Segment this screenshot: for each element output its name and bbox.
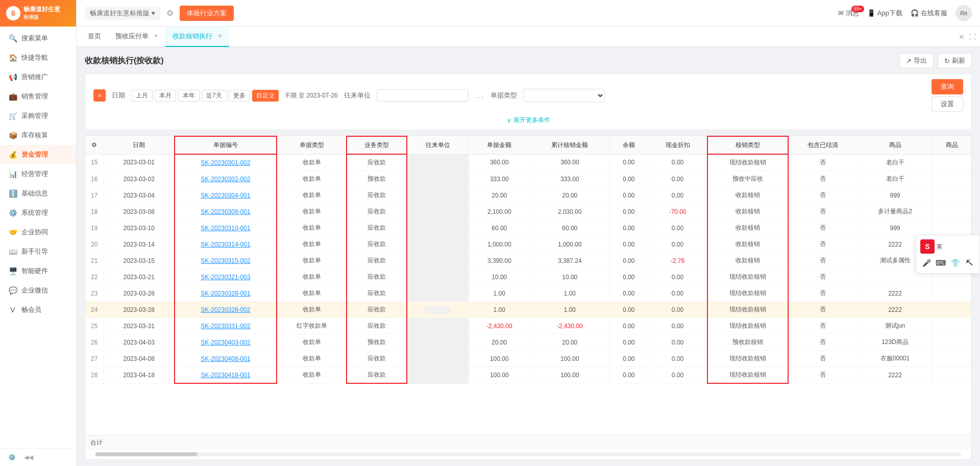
- date-last-month[interactable]: 上月: [131, 90, 153, 102]
- horizontal-scrollbar[interactable]: [95, 452, 961, 456]
- cell-balance: 0.00: [609, 285, 648, 302]
- grid-icon[interactable]: ⛏: [963, 257, 975, 269]
- filter-collapse-btn[interactable]: »: [93, 89, 106, 102]
- cell-partner: ██████: [407, 220, 469, 236]
- date-7days[interactable]: 近7天: [202, 90, 227, 102]
- tab-collection-close[interactable]: ✕: [217, 33, 222, 39]
- cell-biz-type: 应收款: [347, 187, 406, 204]
- cell-bill-no[interactable]: SK-20230321-003: [175, 269, 277, 285]
- sidebar-item-corp[interactable]: 🤝 企业协同: [0, 223, 76, 242]
- cell-bill-no[interactable]: SK-20230403-002: [175, 334, 277, 351]
- sidebar-item-basic[interactable]: ℹ️ 基础信息: [0, 184, 76, 203]
- cell-cumulative: 2,030.00: [530, 204, 609, 220]
- s-logo[interactable]: S: [920, 239, 935, 254]
- search-icon: 🔍: [8, 34, 17, 42]
- date-this-month[interactable]: 本月: [155, 90, 176, 102]
- sidebar-item-hardware[interactable]: 🖥️ 智能硬件: [0, 261, 76, 281]
- sidebar-item-member[interactable]: V 畅会员: [0, 300, 76, 320]
- sidebar-item-finance[interactable]: 💰 资金管理: [0, 145, 76, 164]
- sidebar-item-purchase[interactable]: 🛒 采购管理: [0, 106, 76, 126]
- table-row: 162023-03-02SK-20230302-002收款单预收款██████3…: [85, 171, 971, 187]
- keyboard-icon[interactable]: ⌨: [935, 257, 947, 269]
- query-btn[interactable]: 查询: [932, 79, 963, 94]
- cell-bill-no[interactable]: SK-20230302-002: [175, 171, 277, 187]
- cell-bill-no[interactable]: SK-20230328-002: [175, 302, 277, 318]
- main-content: 畅康道好生意标推版 ▾ ⚙ 体验行业方案 ✉ 消息 99+ 📱 App下载 🎧 …: [77, 0, 980, 466]
- th-amount[interactable]: 单据金额: [469, 136, 530, 154]
- filter-expand-btn[interactable]: ∨ 展开更多条件: [507, 116, 550, 125]
- date-custom[interactable]: 自定义: [252, 90, 279, 102]
- table-body: 152023-03-01SK-20230301-002收款单应收款██████3…: [85, 154, 971, 383]
- th-cash-discount[interactable]: 现金折扣: [648, 136, 707, 154]
- cell-cash-discount: 0.00: [648, 367, 707, 384]
- expand-icon[interactable]: ⛶: [969, 33, 976, 41]
- date-label: 日期: [112, 91, 125, 100]
- messages-btn[interactable]: ✉ 消息 99+: [838, 9, 859, 18]
- cell-balance: 0.00: [609, 269, 648, 285]
- user-avatar[interactable]: Rit: [955, 5, 972, 21]
- th-goods2[interactable]: 商品: [933, 136, 971, 154]
- th-bill-type[interactable]: 单据类型: [277, 136, 347, 154]
- th-biz-type[interactable]: 业务类型: [347, 136, 406, 154]
- cell-balance: 0.00: [609, 204, 648, 220]
- cell-bill-no[interactable]: SK-20230408-001: [175, 351, 277, 367]
- th-include-settled[interactable]: 包含已结清: [788, 136, 858, 154]
- cell-bill-no[interactable]: SK-20230314-001: [175, 236, 277, 253]
- date-more[interactable]: 更多: [229, 90, 250, 102]
- cell-bill-no[interactable]: SK-20230304-001: [175, 187, 277, 204]
- th-goods[interactable]: 商品: [857, 136, 933, 154]
- date-this-year[interactable]: 本年: [178, 90, 200, 102]
- sidebar-item-guide[interactable]: 📖 新手引导: [0, 242, 76, 261]
- sidebar-item-operations[interactable]: 📊 经营管理: [0, 164, 76, 184]
- settings-icon[interactable]: ⚙️: [8, 454, 16, 461]
- sidebar-item-quick-nav[interactable]: 🏠 快捷导航: [0, 48, 76, 67]
- company-selector[interactable]: 畅康道好生意标推版 ▾: [85, 7, 160, 20]
- cell-cumulative: 360.00: [530, 154, 609, 171]
- sidebar-item-inventory[interactable]: 📦 库存核算: [0, 126, 76, 145]
- table-row: 192023-03-10SK-20230310-001收款单应收款██████6…: [85, 220, 971, 236]
- scrollbar-thumb[interactable]: [95, 452, 198, 456]
- cell-bill-no[interactable]: SK-20230418-001: [175, 367, 277, 384]
- th-partner[interactable]: 往来单位: [407, 136, 469, 154]
- bill-type-select[interactable]: [523, 89, 605, 102]
- data-table: ⚙ 日期 单据编号 单据类型 业务类型 往来单位 单据金额 累计核销金额 余额 …: [85, 136, 971, 384]
- floating-widget: S 英 🎤 ⌨ 👕 ⛏: [916, 235, 980, 274]
- filter-settings-btn[interactable]: 设置: [932, 96, 963, 112]
- microphone-icon[interactable]: 🎤: [920, 257, 933, 269]
- table-row: 232023-03-28SK-20230328-001收款单应收款██████1…: [85, 285, 971, 302]
- sidebar-item-wechat[interactable]: 💬 企业微信: [0, 281, 76, 300]
- cell-bill-no[interactable]: SK-20230301-002: [175, 154, 277, 171]
- cell-bill-no[interactable]: SK-20230331-002: [175, 318, 277, 334]
- tab-pending[interactable]: 预收应付单 ✕: [108, 27, 165, 47]
- solution-btn[interactable]: 体验行业方案: [180, 6, 234, 21]
- sidebar-item-sales[interactable]: 💼 销售管理: [0, 87, 76, 106]
- fw-icons-row: 🎤 ⌨ 👕 ⛏: [920, 257, 975, 269]
- cell-num: 18: [85, 204, 104, 220]
- shirt-icon[interactable]: 👕: [949, 257, 961, 269]
- sidebar-item-system[interactable]: ⚙️ 系统管理: [0, 203, 76, 223]
- cell-bill-no[interactable]: SK-20230310-001: [175, 220, 277, 236]
- partner-input[interactable]: [377, 89, 469, 102]
- refresh-btn[interactable]: ↻ 刷新: [938, 53, 972, 68]
- gear-icon[interactable]: ⚙: [166, 8, 174, 18]
- tab-collection[interactable]: 收款核销执行 ✕: [165, 27, 229, 47]
- table-wrap[interactable]: ⚙ 日期 单据编号 单据类型 业务类型 往来单位 单据金额 累计核销金额 余额 …: [85, 136, 971, 435]
- sidebar-item-marketing[interactable]: 📢 营销推广: [0, 67, 76, 87]
- th-date[interactable]: 日期: [104, 136, 175, 154]
- th-balance[interactable]: 余额: [609, 136, 648, 154]
- th-cumulative[interactable]: 累计核销金额: [530, 136, 609, 154]
- app-download-btn[interactable]: 📱 App下载: [867, 9, 902, 18]
- th-bill-no[interactable]: 单据编号: [175, 136, 277, 154]
- export-btn[interactable]: ↗ 导出: [899, 53, 934, 68]
- cell-bill-no[interactable]: SK-20230328-001: [175, 285, 277, 302]
- cell-bill-no[interactable]: SK-20230308-001: [175, 204, 277, 220]
- collapse-icon[interactable]: ◀◀: [24, 454, 33, 461]
- tab-pending-close[interactable]: ✕: [154, 33, 158, 39]
- cell-bill-no[interactable]: SK-20230315-002: [175, 253, 277, 269]
- online-service-btn[interactable]: 🎧 在线客服: [911, 9, 947, 18]
- th-cancel-type[interactable]: 核销类型: [707, 136, 788, 154]
- sidebar-item-search[interactable]: 🔍 搜索菜单: [0, 29, 76, 48]
- th-settings[interactable]: ⚙: [85, 136, 104, 154]
- close-icon[interactable]: ✕: [959, 33, 965, 41]
- tab-home[interactable]: 首页: [81, 27, 108, 47]
